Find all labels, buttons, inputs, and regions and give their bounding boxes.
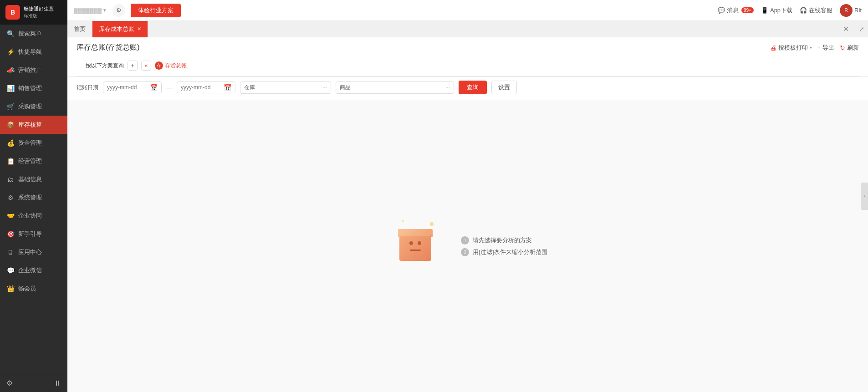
product-label: 商品 [340,84,351,92]
tab-inventory-ledger[interactable]: 库存成本总账 ✕ [92,21,148,37]
search-icon: 🔍 [6,30,15,38]
clipboard-icon: 📋 [6,157,15,165]
date-end-input[interactable]: 📅 [177,81,235,93]
sidebar-item-label: 经营管理 [18,157,42,165]
refresh-icon: ↻ [840,44,845,51]
product-selector[interactable]: 商品 ··· [336,81,454,94]
warehouse-label: 仓库 [244,84,255,92]
print-label: 按模板打印 [778,44,808,52]
sidebar-item-wecom[interactable]: 💬 企业微信 [0,261,67,280]
warehouse-selector[interactable]: 仓库 ··· [240,81,331,94]
empty-hint-2: 2 用[过滤]条件来缩小分析范围 [461,248,547,256]
page-title-row: 库存总账(存货总账) 🖨 按模板打印 ▾ ↑ 导出 ↻ 刷新 [77,43,859,52]
hint-text-2: 用[过滤]条件来缩小分析范围 [473,248,547,256]
sidebar-item-quick-nav[interactable]: ⚡ 快捷导航 [0,43,67,61]
sidebar-item-label: 采购管理 [18,102,42,111]
handshake-icon: 🤝 [6,212,15,220]
sidebar-item-finance[interactable]: 💰 资金管理 [0,134,67,152]
settings-bottom-icon[interactable]: ⚙ [6,379,13,387]
filter-collapse-button[interactable]: « [141,61,151,71]
sidebar-item-vip[interactable]: 👑 畅会员 [0,280,67,298]
calendar-end-icon: 📅 [224,84,231,91]
main-content: ▓▓▓▓▓▓▓ ▾ ⚙ 体验行业方案 💬 消息 99+ 📱 App下载 🎧 在线… [67,0,868,392]
filter-section-label: 按以下方案查询 [86,62,124,70]
filter-row2: 记账日期 📅 — 📅 仓库 ··· 商品 ··· 查询 设置 [67,77,868,100]
sidebar-item-label: 基础信息 [18,175,42,183]
empty-hints: 1 请先选择要分析的方案 2 用[过滤]条件来缩小分析范围 [461,236,547,256]
tab-close-icon[interactable]: ✕ [137,26,141,32]
app-download-button[interactable]: 📱 App下载 [761,6,792,15]
date-start-field[interactable] [107,84,148,91]
filter-bar: 按以下方案查询 + « 存 存货总账 [77,57,859,76]
sidebar-item-inventory[interactable]: 📦 库存核算 [0,116,67,134]
filter-add-button[interactable]: + [128,61,138,71]
scheme-icon: 存 [155,61,163,70]
date-range-separator: — [166,84,172,91]
sidebar-item-purchase[interactable]: 🛒 采购管理 [0,97,67,116]
user-avatar: R [840,4,853,17]
empty-state: 1 请先选择要分析的方案 2 用[过滤]条件来缩小分析范围 [67,100,868,392]
sidebar-item-guide[interactable]: 🎯 新手引导 [0,225,67,243]
settings-button[interactable]: 设置 [491,81,517,94]
audio-icon[interactable]: ⏸ [54,379,61,387]
sidebar-item-label: 营销推广 [18,66,42,74]
app-name: 畅捷通好生意 [24,5,54,12]
box-icon: 📦 [6,121,15,129]
star1-decoration [430,222,434,226]
export-button[interactable]: ↑ 导出 [817,44,834,52]
page-header-actions: 🖨 按模板打印 ▾ ↑ 导出 ↻ 刷新 [770,44,859,52]
sidebar-item-enterprise[interactable]: 🤝 企业协同 [0,207,67,225]
page-title: 库存总账(存货总账) [77,43,140,52]
headset-icon: 🎧 [800,7,807,14]
user-name: Rit [854,7,862,14]
export-icon: ↑ [817,44,821,51]
product-more-icon: ··· [445,84,450,91]
tab-area-close-button[interactable]: ✕ [837,25,855,33]
hint-text-1: 请先选择要分析的方案 [473,236,532,244]
sidebar-item-search[interactable]: 🔍 搜索菜单 [0,25,67,43]
query-button[interactable]: 查询 [459,81,487,94]
sidebar-menu: 🔍 搜索菜单 ⚡ 快捷导航 📣 营销推广 📊 销售管理 🛒 采购管理 📦 库存核… [0,25,67,374]
message-icon: 💬 [718,7,725,14]
crown-icon: 👑 [6,285,15,293]
right-panel-toggle[interactable]: › [861,183,868,210]
folder-icon: 🗂 [6,175,15,183]
sidebar-item-sales[interactable]: 📊 销售管理 [0,79,67,97]
filter-scheme-item[interactable]: 存 存货总账 [155,61,187,70]
box-body [399,236,431,261]
sidebar-item-marketing[interactable]: 📣 营销推广 [0,61,67,79]
phone-icon: 📱 [761,7,768,14]
user-menu[interactable]: R Rit [840,4,862,17]
messages-button[interactable]: 💬 消息 99+ [718,6,754,15]
warehouse-more-icon: ··· [322,84,327,91]
chat-icon: 💬 [6,266,15,275]
tab-home[interactable]: 首页 [67,21,92,37]
topbar-left: ▓▓▓▓▓▓▓ ▾ ⚙ 体验行业方案 [74,4,718,17]
logo-icon: B [5,5,20,20]
print-button[interactable]: 🖨 按模板打印 ▾ [770,44,812,52]
sidebar-item-operations[interactable]: 📋 经营管理 [0,152,67,170]
breadcrumb-chevron-icon: ▾ [103,7,106,13]
money-icon: 💰 [6,139,15,147]
sidebar-item-label: 应用中心 [18,248,42,256]
online-service-button[interactable]: 🎧 在线客服 [800,6,832,15]
tabs-bar: 首页 库存成本总账 ✕ ✕ ⤢ [67,21,868,37]
sidebar-item-basic-info[interactable]: 🗂 基础信息 [0,170,67,188]
date-label: 记账日期 [77,84,98,92]
trial-industry-button[interactable]: 体验行业方案 [131,4,181,17]
app-version: 标准版 [24,13,54,19]
topbar-settings-button[interactable]: ⚙ [112,4,125,17]
sidebar-item-app-center[interactable]: 🖥 应用中心 [0,243,67,261]
sidebar-item-system[interactable]: ⚙ 系统管理 [0,188,67,207]
monitor-icon: 🖥 [6,248,15,256]
date-start-input[interactable]: 📅 [103,81,162,93]
tab-expand-icon[interactable]: ⤢ [855,25,868,33]
app-download-label: App下载 [770,6,792,15]
lightning-icon: ⚡ [6,48,15,56]
sidebar-item-label: 系统管理 [18,193,42,202]
messages-badge: 99+ [741,7,754,13]
refresh-button[interactable]: ↻ 刷新 [840,44,859,52]
app-logo: B 畅捷通好生意 标准版 [0,0,67,25]
cart-icon: 🛒 [6,102,15,111]
date-end-field[interactable] [181,84,222,91]
